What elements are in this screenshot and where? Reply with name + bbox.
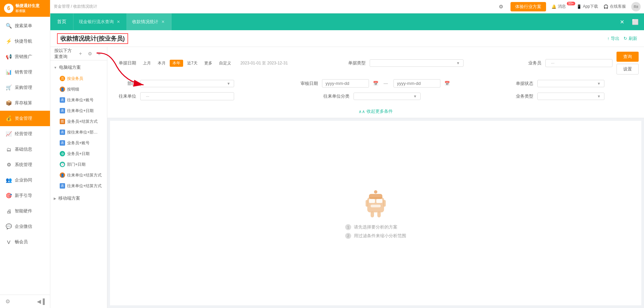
svg-point-9 [374,190,377,194]
date-tab-last-month[interactable]: 上月 [140,60,154,67]
filter-row-1: 单据日期 上月 本月 本年 近7天 更多 自定义 2023-01-01 至 20… [113,52,639,74]
main-content-wrapper: 首页 现金银行流水查询 ✕ 收款情况统计 ✕ ✕ ⬜ 收款情况统计(按业务员) … [50,13,644,308]
sidebar-bottom: ⚙ ◀▐ [0,295,50,308]
sidebar-item-系统管理[interactable]: ⚙系统管理 [0,157,50,172]
query-btn[interactable]: 查询 [616,52,639,62]
online-service-btn[interactable]: 🎧 在线客服 [603,4,626,9]
calendar-from-icon[interactable]: 📅 [373,81,378,86]
dept-date-icon: 🕐 [60,162,65,167]
audit-date-from[interactable] [322,79,369,88]
sidebar-item-经营管理[interactable]: 📈经营管理 [0,126,50,142]
tab-cash-flow-close[interactable]: ✕ [116,19,121,24]
sidebar-icon-9: ⚙ [5,161,12,168]
date-tab-more[interactable]: 更多 [202,60,215,67]
sidebar-item-资金管理[interactable]: 💰资金管理 [0,111,50,126]
refresh-btn[interactable]: ↻ 刷新 [624,36,637,42]
counterpart-more-icon[interactable]: ··· [146,94,149,99]
sidebar-item-智能硬件[interactable]: 🖨智能硬件 [0,203,50,219]
sidebar-item-采购管理[interactable]: 🛒采购管理 [0,80,50,95]
add-scheme-btn[interactable]: + [77,50,84,57]
sidebar-item-搜索菜单[interactable]: 🔍搜索菜单 [0,18,50,34]
collapse-bar[interactable]: ∧∧ 收起更多条件 [113,105,639,118]
scheme-item-salesman[interactable]: 员 按业务员 [50,73,107,84]
sidebar-item-新手引导[interactable]: 🎯新手引导 [0,188,50,203]
tab-cash-flow[interactable]: 现金银行流水查询 ✕ [73,13,127,30]
sidebar-item-畅会员[interactable]: V畅会员 [0,234,50,250]
salesman-account-icon: 表 [60,140,65,146]
content-area: 按以下方案查询 + ⚙ « ▼ 电脑端方案 [50,47,644,308]
tab-fullscreen-btn[interactable]: ⬜ [631,17,640,27]
scheme-item-salesman-date[interactable]: ⚙ 业务员+日期 [50,148,107,159]
sidebar-nav: 🔍搜索菜单⚡快捷导航📢营销推广📊销售管理🛒采购管理📦库存核算💰资金管理📈经营管理… [0,17,50,295]
salesman-select[interactable]: ··· [545,59,612,67]
sidebar-item-营销推广[interactable]: 📢营销推广 [0,49,50,64]
date-tab-this-year[interactable]: 本年 [170,60,183,67]
scheme-item-unit-date[interactable]: 表 往来单位+日期 [50,105,107,116]
calendar-to-icon[interactable]: 📅 [444,81,450,86]
date-tab-7days[interactable]: 近7天 [184,60,200,67]
date-tab-custom[interactable]: 自定义 [216,60,234,67]
sidebar-item-企业协同[interactable]: 👥企业协同 [0,172,50,188]
doc-type-select[interactable]: ▼ [370,59,464,67]
sidebar-item-销售管理[interactable]: 📊销售管理 [0,64,50,80]
scheme-item-unit-settle1[interactable]: 👤 往来单位+结算方式 [50,170,107,181]
tab-home[interactable]: 首页 [50,13,73,30]
audit-date-to[interactable] [393,79,440,88]
user-avatar[interactable]: Rit [631,2,641,11]
app-download-btn[interactable]: 📱 App下载 [577,4,598,9]
sidebar-icon-12: 🖨 [5,208,12,214]
scheme-item-salesman-settle[interactable]: 图 业务员+结算方式 [50,116,107,127]
sidebar-item-基础信息[interactable]: 🗂基础信息 [0,142,50,157]
dept-arrow: ▼ [227,82,230,86]
settings-icon[interactable]: ⚙ [5,298,10,305]
scheme-item-unit-account[interactable]: 表 往来单位+账号 [50,95,107,105]
tab-collection-stats[interactable]: 收款情况统计 ✕ [127,13,171,30]
unit-dept-icon: 表 [60,130,65,135]
sidebar-label-6: 资金管理 [15,115,32,121]
sidebar-label-9: 系统管理 [15,162,32,168]
sidebar-item-快捷导航[interactable]: ⚡快捷导航 [0,34,50,49]
scheme-item-unit-dept[interactable]: 表 按往来单位+部门+收... [50,127,107,138]
page-title: 收款情况统计(按业务员) [57,33,128,44]
scheme-settings-btn[interactable]: ⚙ [86,50,94,57]
scheme-category-desktop[interactable]: ▼ 电脑端方案 [50,62,107,73]
scheme-category-mobile[interactable]: ▶ 移动端方案 [50,193,107,204]
salesman-more-icon[interactable]: ··· [551,61,554,65]
sidebar-item-企业微信[interactable]: 💬企业微信 [0,219,50,234]
scheme-item-dept-date[interactable]: 🕐 部门+日期 [50,159,107,170]
scheme-item-unit-settle2[interactable]: 表 往来单位+结算方式 [50,181,107,191]
sidebar-icon-4: 🛒 [5,84,12,91]
tab-collection-close[interactable]: ✕ [160,19,166,24]
sidebar-label-13: 企业微信 [15,223,32,229]
sidebar-logo: 6 畅捷通好生意 标准版 [0,0,50,17]
date-tab-this-month[interactable]: 本月 [155,60,168,67]
doc-status-select[interactable]: ▼ [537,80,604,87]
export-btn[interactable]: ↑ 导出 [607,36,620,42]
sidebar-label-5: 库存核算 [15,100,32,106]
scheme-item-detail[interactable]: 👤 按明细 [50,84,107,95]
tab-close-all-btn[interactable]: ✕ [617,17,627,27]
settings-btn[interactable]: ⚙ [497,3,505,11]
collapse-panel-btn[interactable]: « [96,50,103,57]
trial-btn[interactable]: 体验行业方案 [511,2,546,11]
sidebar-icon-10: 👥 [5,177,12,184]
dept-select[interactable]: ▼ [140,80,234,87]
filter-section: 单据日期 上月 本月 本年 近7天 更多 自定义 2023-01-01 至 20… [107,47,644,118]
left-panel-actions: + ⚙ « [77,50,103,57]
headset-icon: 🎧 [603,4,608,9]
collapse-sidebar-icon[interactable]: ◀▐ [37,298,45,305]
tab-bar: 首页 现金银行流水查询 ✕ 收款情况统计 ✕ ✕ ⬜ [50,13,644,30]
biz-type-select[interactable]: ▼ [537,93,604,100]
scheme-item-salesman-account[interactable]: 表 业务员+账号 [50,138,107,148]
sidebar-label-12: 智能硬件 [15,208,32,214]
setting-btn[interactable]: 设置 [616,64,639,74]
sidebar-icon-7: 📈 [5,131,12,137]
collapse-icon: ∧∧ [359,109,365,114]
counterpart-select[interactable]: ··· [140,92,234,100]
messages-btn[interactable]: 🔔 消息 99+ [551,4,571,9]
filter-actions: 查询 设置 [616,52,639,74]
counterpart-class-arrow: ▼ [413,94,417,98]
svg-rect-6 [371,211,374,217]
sidebar-item-库存核算[interactable]: 📦库存核算 [0,95,50,111]
counterpart-class-select[interactable]: ▼ [354,93,421,100]
